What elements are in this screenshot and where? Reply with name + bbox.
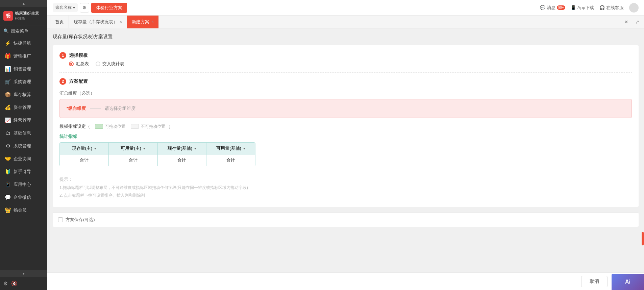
operations-icon: 📈	[5, 117, 11, 123]
non-draggable-legend-box	[131, 124, 139, 129]
topbar-right: 💬 消息 99+ 📱 App下载 🎧 在线客服	[540, 3, 639, 13]
sidebar-scroll-down[interactable]: ▼	[0, 270, 47, 277]
tips-section: 提示： 1.拖动标题栏可以调整布局，不可跨维度或指标区域拖动任何字段(只能在同一…	[59, 173, 632, 199]
quick-nav-icon: ⚡	[5, 40, 11, 46]
wechat-icon: 💬	[5, 194, 11, 200]
sidebar-item-new-guide[interactable]: 🔰 新手引导	[0, 165, 47, 178]
sidebar-item-app-center[interactable]: 📱 应用中心	[0, 178, 47, 191]
radio-cross[interactable]: 交叉统计表	[96, 61, 124, 67]
col-label-0: 现存量(主)	[72, 145, 93, 151]
vertical-dimension-row[interactable]: *纵向维度 —— 请选择分组维度	[59, 99, 632, 118]
inventory-tab-label: 现存量（库存状况表）	[74, 19, 118, 25]
sidebar-item-quick-nav[interactable]: ⚡ 快捷导航	[0, 37, 47, 50]
sidebar-item-stock[interactable]: 📦 库存核算	[0, 88, 47, 101]
sidebar-item-purchase[interactable]: 🛒 采购管理	[0, 75, 47, 88]
finance-icon: 💰	[5, 104, 11, 111]
service-label: 在线客服	[606, 5, 624, 11]
sidebar-item-label: 企业微信	[14, 194, 31, 200]
topbar-settings-button[interactable]: ⚙	[80, 3, 89, 13]
sidebar-item-marketing[interactable]: 🎁 营销推广	[0, 50, 47, 63]
window-close-button[interactable]: ✕	[622, 18, 630, 26]
col-chevron-1: ▾	[143, 146, 145, 151]
settings-icon[interactable]: ⚙	[3, 281, 8, 287]
stats-table-header: 现存量(主) ▾ 可用量(主) ▾ 现存量(基辅) ▾ 可用量(基辅) ▾	[60, 143, 255, 154]
sidebar-item-vip[interactable]: 👑 畅会员	[0, 204, 47, 217]
sidebar-item-cooperation[interactable]: 🤝 企业协同	[0, 152, 47, 165]
radio-summary-label: 汇总表	[76, 61, 89, 67]
sidebar-nav: ⚡ 快捷导航 🎁 营销推广 📊 销售管理 🛒 采购管理 📦 库存核算 💰 资金管…	[0, 37, 47, 270]
sidebar-bottom: ⚙ 🔇	[0, 277, 47, 290]
indicators-config-row: 模板指标设定（ 可拖动位置 不可拖动位置 ）	[59, 123, 632, 129]
sidebar-item-label: 新手引导	[14, 169, 31, 175]
sidebar-item-wechat[interactable]: 💬 企业微信	[0, 191, 47, 204]
save-checkbox[interactable]	[58, 217, 63, 222]
col-header-3[interactable]: 可用量(基辅) ▾	[206, 143, 255, 154]
vip-icon: 👑	[5, 207, 11, 213]
app-download-button[interactable]: 📱 App下载	[571, 5, 594, 11]
settings-card: 1 选择模板 汇总表 交叉统计表 2 方案配置 汇总维度（必选	[53, 45, 639, 207]
sidebar-item-sales[interactable]: 📊 销售管理	[0, 63, 47, 75]
right-scrollbar[interactable]	[641, 28, 644, 272]
tips-title: 提示：	[59, 176, 632, 183]
col-header-2[interactable]: 现存量(基辅) ▾	[158, 143, 207, 154]
search-icon: 🔍	[3, 28, 9, 33]
sound-icon[interactable]: 🔇	[11, 281, 18, 287]
tabsbar: 首页 现存量（库存状况表） × 新建方案 × ✕ ⤢	[47, 16, 644, 28]
non-draggable-legend: 不可拖动位置	[131, 124, 165, 129]
ai-fab-button[interactable]: Ai	[612, 274, 644, 290]
inventory-tab-close[interactable]: ×	[120, 20, 122, 24]
stats-section-title: 统计指标	[59, 134, 632, 140]
col-label-2: 现存量(基辅)	[168, 145, 193, 151]
stats-table: 现存量(主) ▾ 可用量(主) ▾ 现存量(基辅) ▾ 可用量(基辅) ▾	[59, 142, 255, 166]
sidebar-item-system[interactable]: ⚙ 系统管理	[0, 140, 47, 152]
template-radio-group: 汇总表 交叉统计表	[69, 61, 632, 67]
sidebar-item-label: 应用中心	[14, 182, 31, 188]
sidebar-item-label: 库存核算	[14, 92, 31, 98]
sidebar-item-finance[interactable]: 💰 资金管理	[0, 101, 47, 114]
user-avatar[interactable]	[629, 3, 639, 13]
page-title: 现存量(库存状况表)方案设置	[53, 34, 639, 40]
section2-title: 方案配置	[69, 78, 88, 84]
radio-summary[interactable]: 汇总表	[69, 61, 89, 67]
online-service-button[interactable]: 🎧 在线客服	[599, 5, 624, 11]
account-selector[interactable]: 账套名称 ▾	[53, 3, 78, 12]
window-expand-button[interactable]: ⤢	[633, 18, 641, 26]
messages-button[interactable]: 💬 消息 99+	[540, 5, 565, 11]
sidebar-search[interactable]: 🔍 搜索菜单	[0, 25, 47, 37]
save-label: 方案保存(可选)	[66, 217, 95, 223]
logo-text-block: 畅康通好生意 标准版	[15, 11, 39, 21]
tab-home[interactable]: 首页	[50, 16, 69, 28]
col-header-0[interactable]: 现存量(主) ▾	[60, 143, 109, 154]
sidebar-item-label: 系统管理	[14, 143, 31, 149]
tip-1: 2. 点击标题栏下拉可设置排序、插入列和删除列	[59, 192, 632, 199]
tab-new-scheme[interactable]: 新建方案 ×	[127, 16, 159, 28]
col-chevron-2: ▾	[194, 146, 196, 151]
cancel-button[interactable]: 取消	[581, 276, 608, 287]
non-draggable-legend-label: 不可拖动位置	[141, 124, 165, 129]
action-bar: 取消 查询	[47, 272, 644, 290]
tab-inventory[interactable]: 现存量（库存状况表） ×	[69, 16, 127, 28]
draggable-legend-label: 可拖动位置	[105, 124, 125, 129]
logo-app-name: 畅康通好生意	[15, 11, 39, 16]
scrollbar-thumb	[642, 232, 644, 245]
content-area: 现存量(库存状况表)方案设置 1 选择模板 汇总表 交叉统计表 2	[47, 28, 644, 272]
sidebar-item-label: 基础信息	[14, 130, 31, 136]
section1-title: 选择模板	[69, 52, 88, 58]
col-chevron-0: ▾	[94, 146, 96, 151]
main-area: 账套名称 ▾ ⚙ 体验行业方案 💬 消息 99+ 📱 App下载 🎧 在线客服	[47, 0, 644, 290]
sidebar-item-label: 营销推广	[14, 53, 31, 59]
sidebar-item-basic-info[interactable]: 🗂 基础信息	[0, 127, 47, 140]
col-header-1[interactable]: 可用量(主) ▾	[109, 143, 158, 154]
save-row: 方案保存(可选)	[53, 212, 639, 227]
sidebar: ▲ 畅 畅康通好生意 标准版 🔍 搜索菜单 ⚡ 快捷导航 🎁 营销推广 📊 销售…	[0, 0, 47, 290]
sidebar-item-operations[interactable]: 📈 经营管理	[0, 114, 47, 127]
section2-num: 2	[59, 78, 66, 85]
gear-icon: ⚙	[82, 5, 86, 10]
new-scheme-close[interactable]: ×	[151, 20, 154, 24]
section-divider-1	[59, 72, 632, 73]
industry-scheme-button[interactable]: 体验行业方案	[91, 3, 127, 13]
new-scheme-label: 新建方案	[132, 19, 149, 25]
sidebar-scroll-up[interactable]: ▲	[0, 0, 47, 7]
headset-icon: 🎧	[599, 5, 605, 10]
col-body-1: 合计	[109, 154, 158, 166]
